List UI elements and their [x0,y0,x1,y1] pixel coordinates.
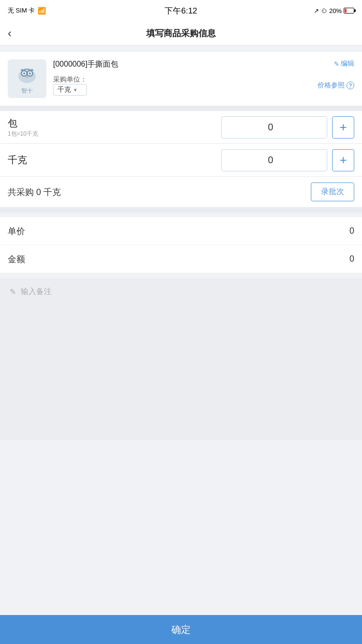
info-icon: ? [347,82,354,89]
kg-quantity-input[interactable] [221,149,327,171]
carrier-label: 无 SIM 卡 [8,6,35,15]
product-unit-row: 采购单位： 千克 ▼ 价格参照 ? [53,75,354,96]
product-card: 智十 [0000006]手撕面包 ✎ 编辑 采购单位： 千克 ▼ 价格参照 ? [0,51,362,106]
status-bar: 无 SIM 卡 📶 下午6:12 ↗ ⏲ 20% [0,0,362,21]
separator-1 [0,106,362,111]
summary-row: 共采购 0 千克 录批次 [0,177,362,208]
bao-quantity-input[interactable] [221,116,327,139]
owl-logo [15,63,39,86]
unit-price-value: 0 [349,226,354,236]
bao-input-row: 包 1包=10千克 + [0,111,362,144]
product-image: 智十 [8,59,46,98]
battery-pct: 20% [329,7,342,14]
info-section: 单价 0 金额 0 [0,217,362,273]
product-image-inner: 智十 [15,63,39,95]
amount-value: 0 [349,254,354,264]
svg-point-6 [29,72,31,74]
edit-button[interactable]: ✎ 编辑 [334,59,354,68]
note-placeholder: 输入备注 [21,287,52,297]
alarm-icon: ⏲ [321,7,327,14]
confirm-button-label: 确定 [171,623,191,636]
status-left: 无 SIM 卡 📶 [8,6,46,15]
status-right: ↗ ⏲ 20% [314,7,354,14]
kg-input-row: 千克 + [0,144,362,177]
unit-label: 采购单位： 千克 ▼ [53,75,87,96]
status-time: 下午6:12 [165,5,197,16]
product-header: [0000006]手撕面包 ✎ 编辑 [53,59,354,70]
edit-icon: ✎ [334,60,339,68]
svg-point-5 [23,72,25,74]
unit-price-row: 单价 0 [0,217,362,245]
bao-label: 包 1包=10千克 [8,117,46,138]
bao-plus-button[interactable]: + [332,116,354,139]
kg-plus-button[interactable]: + [332,149,354,171]
location-icon: ↗ [314,7,319,14]
summary-text: 共采购 0 千克 [8,186,61,198]
brand-label: 智十 [21,87,33,95]
pencil-icon: ✎ [10,287,16,296]
battery-indicator [344,8,354,14]
page-title: 填写商品采购信息 [146,28,216,39]
bao-input-right: + [46,116,354,139]
input-section: 包 1包=10千克 + 千克 + [0,111,362,177]
amount-label: 金额 [8,253,25,265]
note-section[interactable]: ✎ 输入备注 [0,278,362,305]
kg-input-right: + [46,149,354,171]
battery-bar [344,8,354,14]
battery-fill [345,9,347,13]
nav-bar: ‹ 填写商品采购信息 [0,21,362,45]
unit-select-btn[interactable]: 千克 ▼ [53,84,87,96]
separator-2 [0,208,362,212]
product-info: [0000006]手撕面包 ✎ 编辑 采购单位： 千克 ▼ 价格参照 ? [53,59,354,96]
amount-row: 金额 0 [0,245,362,273]
total-amount: 0 [36,187,41,197]
batch-button[interactable]: 录批次 [311,182,354,201]
bottom-space [0,305,362,440]
wifi-icon: 📶 [38,7,46,14]
confirm-button[interactable]: 确定 [0,615,362,644]
price-ref-button[interactable]: 价格参照 ? [318,81,354,90]
unit-price-label: 单价 [8,225,25,237]
back-button[interactable]: ‹ [8,25,15,42]
kg-label: 千克 [8,154,46,167]
product-name: [0000006]手撕面包 [53,59,118,70]
chevron-down-icon: ▼ [73,87,78,93]
